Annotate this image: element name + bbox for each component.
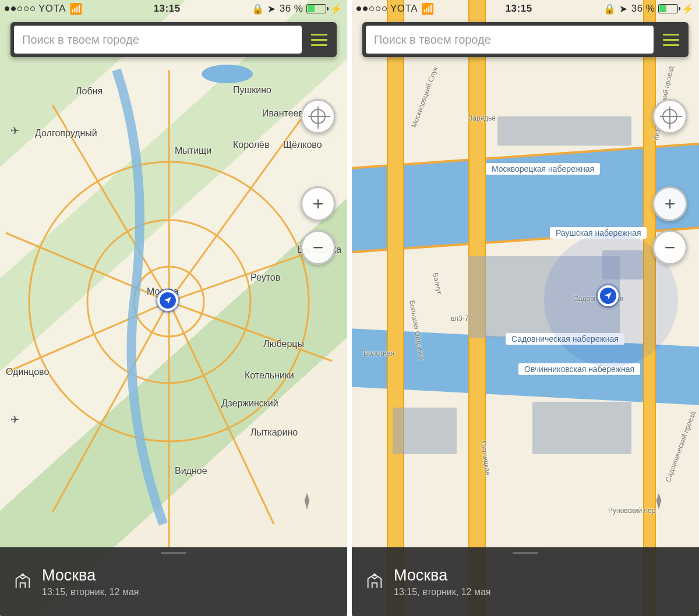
locate-me-button[interactable]	[652, 99, 687, 134]
sheet-datetime-label: 13:15, вторник, 12 мая	[394, 587, 491, 597]
crosshair-icon	[662, 109, 677, 124]
map-place-label: Люберцы	[263, 339, 304, 349]
svg-line-9	[52, 302, 169, 512]
map-place-label: Лыткарино	[250, 427, 298, 438]
map-place-label: Щёлково	[283, 140, 322, 150]
battery-icon	[658, 4, 678, 13]
status-bar: YOTA 📶 13:15 🔒 ➤ 36 % ⚡	[0, 0, 347, 17]
location-services-icon: ➤	[267, 3, 276, 15]
search-bar	[362, 22, 689, 57]
bottom-sheet[interactable]: Москва 13:15, вторник, 12 мая	[0, 547, 347, 616]
bottom-sheet[interactable]: Москва 13:15, вторник, 12 мая	[352, 547, 699, 616]
signal-strength-icon	[5, 6, 35, 11]
plus-icon: +	[665, 194, 676, 213]
battery-pct-label: 36 %	[631, 3, 655, 15]
map-street-label: Садовнический проезд	[664, 410, 697, 483]
svg-line-4	[169, 116, 303, 302]
my-location-pin	[598, 285, 619, 306]
lock-icon: 🔒	[252, 3, 264, 15]
wifi-icon: 📶	[421, 2, 435, 15]
map-place-label: Долгопрудный	[35, 128, 97, 139]
map-place-label: Пушкино	[233, 85, 271, 95]
charging-icon: ⚡	[330, 3, 343, 15]
map-place-label: Королёв	[233, 140, 269, 150]
zoom-in-button[interactable]: +	[652, 186, 687, 221]
map-street-label: вл3-7	[451, 314, 468, 323]
search-input[interactable]	[14, 26, 302, 54]
map-place-label: Одинцово	[6, 367, 49, 377]
map-place-label: Мытищи	[175, 146, 211, 156]
map-place-label: Видное	[175, 466, 207, 476]
zoom-out-button[interactable]: −	[301, 230, 336, 265]
compass-icon[interactable]	[297, 491, 317, 511]
sheet-handle-icon[interactable]	[161, 552, 186, 554]
compass-icon[interactable]	[649, 491, 669, 511]
map-place-label: Котельники	[245, 370, 294, 381]
building-block	[497, 116, 631, 146]
airport-icon: ✈	[10, 125, 19, 137]
clock-label: 13:15	[506, 3, 532, 15]
city-icon	[13, 571, 33, 593]
map-place-label: Лобня	[76, 86, 103, 97]
airport-icon: ✈	[10, 413, 19, 426]
svg-line-6	[169, 302, 332, 361]
minus-icon: −	[665, 238, 676, 257]
menu-button[interactable]	[657, 26, 685, 54]
svg-line-7	[169, 302, 274, 524]
sheet-datetime-label: 13:15, вторник, 12 мая	[42, 587, 139, 597]
location-services-icon: ➤	[619, 3, 628, 15]
locate-me-button[interactable]	[301, 99, 336, 134]
map-street-label: Москворецкий Спук	[409, 66, 439, 129]
crosshair-icon	[310, 109, 326, 124]
zoom-out-button[interactable]: −	[652, 230, 687, 265]
svg-line-12	[52, 105, 169, 302]
signal-strength-icon	[356, 6, 387, 11]
battery-pct-label: 36 %	[280, 3, 303, 15]
sheet-city-label: Москва	[394, 567, 491, 585]
map-street-label: Балчуг	[431, 272, 444, 295]
phone-left: Москва ✈ ✈ ЛобняПушкиноИвантеевкаДолгопр…	[0, 0, 347, 616]
status-bar: YOTA 📶 13:15 🔒 ➤ 36 % ⚡	[352, 0, 699, 17]
svg-line-10	[6, 302, 169, 373]
my-location-pin	[157, 290, 178, 311]
wifi-icon: 📶	[69, 2, 83, 15]
svg-point-13	[202, 65, 253, 83]
svg-line-11	[6, 233, 169, 302]
search-bar	[10, 22, 337, 57]
building-block	[532, 402, 631, 454]
clock-label: 13:15	[154, 3, 181, 15]
zoom-in-button[interactable]: +	[301, 186, 336, 221]
carrier-label: YOTA	[38, 3, 66, 15]
search-input[interactable]	[366, 26, 654, 54]
plus-icon: +	[313, 194, 324, 213]
city-icon	[365, 571, 384, 593]
map-place-label: Дзержинский	[221, 398, 278, 409]
lock-icon: 🔒	[603, 3, 616, 15]
minus-icon: −	[313, 238, 324, 257]
menu-button[interactable]	[305, 26, 333, 54]
map-place-label: Реутов	[250, 272, 280, 283]
sheet-city-label: Москва	[42, 567, 139, 585]
sheet-handle-icon[interactable]	[513, 552, 538, 554]
carrier-label: YOTA	[390, 3, 418, 15]
charging-icon: ⚡	[682, 3, 694, 15]
battery-icon	[306, 4, 326, 13]
building-block	[393, 408, 457, 454]
phone-right: Москворецкая набережнаяРаушская набережн…	[352, 0, 699, 616]
